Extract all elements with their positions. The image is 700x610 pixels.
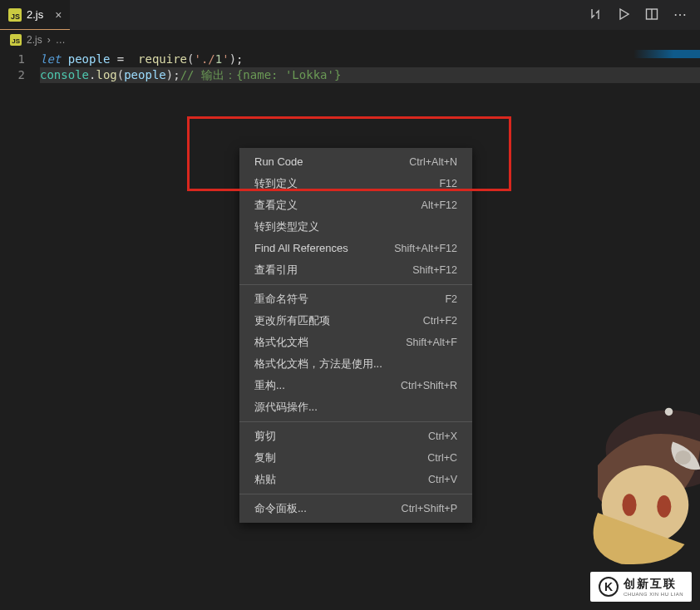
more-icon[interactable]: ⋯ [673, 8, 687, 22]
js-file-icon: JS [10, 34, 22, 46]
menu-item-shortcut: Shift+Alt+F12 [394, 241, 457, 256]
context-menu: Run CodeCtrl+Alt+N转到定义F12查看定义Alt+F12转到类型… [239, 148, 472, 523]
menu-item-label: 重构... [254, 378, 285, 393]
menu-item[interactable]: 格式化文档，方法是使用... [239, 353, 472, 375]
menu-item-shortcut: Ctrl+V [428, 472, 457, 487]
menu-item-label: 复制 [254, 450, 276, 465]
tabs-bar: JS 2.js × ⋯ [0, 0, 700, 30]
menu-item-shortcut: Shift+F12 [412, 263, 457, 278]
menu-item-label: 粘贴 [254, 472, 276, 487]
code-content[interactable]: console.log(people);// 输出：{name: 'Lokka'… [40, 67, 700, 83]
code-line[interactable]: 1let people = require('./1'); [0, 52, 700, 67]
menu-item-shortcut: Ctrl+Alt+N [409, 155, 457, 170]
breadcrumb-tail: … [56, 34, 66, 46]
menu-item-label: 命令面板... [254, 501, 307, 516]
menu-item[interactable]: 更改所有匹配项Ctrl+F2 [239, 310, 472, 332]
code-line[interactable]: 2console.log(people);// 输出：{name: 'Lokka… [0, 67, 700, 83]
menu-item[interactable]: Run CodeCtrl+Alt+N [239, 151, 472, 173]
menu-item-label: 格式化文档 [254, 335, 308, 350]
menu-item-label: 剪切 [254, 429, 276, 444]
svg-point-7 [665, 408, 673, 416]
menu-item[interactable]: 转到定义F12 [239, 173, 472, 194]
menu-item[interactable]: 剪切Ctrl+X [239, 426, 472, 447]
play-icon[interactable] [617, 7, 630, 23]
menu-item-label: 查看引用 [254, 263, 298, 278]
menu-item[interactable]: 格式化文档Shift+Alt+F [239, 332, 472, 353]
minimap[interactable] [633, 50, 700, 58]
menu-item-label: 格式化文档，方法是使用... [254, 357, 382, 371]
menu-item-shortcut: Ctrl+C [427, 450, 457, 465]
js-file-icon: JS [8, 8, 22, 22]
code-editor[interactable]: 1let people = require('./1');2console.lo… [0, 50, 700, 85]
compare-changes-icon[interactable] [589, 7, 602, 23]
menu-item-shortcut: Alt+F12 [421, 198, 457, 213]
menu-separator [239, 284, 472, 285]
menu-item-shortcut: F2 [445, 292, 457, 307]
menu-item-shortcut: Ctrl+Shift+R [401, 378, 457, 393]
menu-item-shortcut: Ctrl+Shift+P [402, 501, 457, 516]
tab-filename: 2.js [27, 8, 43, 21]
svg-point-6 [675, 450, 691, 465]
menu-item[interactable]: 复制Ctrl+C [239, 447, 472, 469]
menu-item-label: 重命名符号 [254, 292, 308, 307]
menu-item-label: Run Code [254, 155, 303, 170]
line-number: 1 [0, 52, 40, 67]
menu-item-label: 查看定义 [254, 198, 298, 213]
line-number: 2 [0, 67, 40, 83]
tab-active[interactable]: JS 2.js × [0, 0, 70, 30]
svg-point-4 [622, 494, 636, 516]
menu-item[interactable]: 重命名符号F2 [239, 288, 472, 310]
svg-point-5 [657, 495, 671, 518]
breadcrumb-sep: › [47, 34, 51, 46]
menu-item-shortcut: Ctrl+F2 [423, 313, 457, 328]
menu-item-label: 更改所有匹配项 [254, 313, 330, 328]
menu-item-label: Find All References [254, 241, 348, 256]
menu-item[interactable]: 重构...Ctrl+Shift+R [239, 375, 472, 396]
menu-item-shortcut: Shift+Alt+F [406, 335, 457, 350]
menu-item[interactable]: 源代码操作... [239, 396, 472, 418]
menu-item-label: 转到定义 [254, 176, 298, 191]
menu-item[interactable]: 查看定义Alt+F12 [239, 194, 472, 216]
split-editor-icon[interactable] [645, 7, 658, 23]
menu-separator [239, 421, 472, 422]
tab-actions: ⋯ [589, 0, 700, 30]
code-content[interactable]: let people = require('./1'); [40, 52, 700, 67]
breadcrumb[interactable]: JS 2.js › … [0, 30, 700, 50]
menu-item-shortcut: Ctrl+X [428, 429, 457, 444]
menu-item[interactable]: 命令面板...Ctrl+Shift+P [239, 498, 472, 519]
menu-separator [239, 494, 472, 494]
watermark-logo: K 创新互联 CHUANG XIN HU LIAN [590, 572, 692, 602]
menu-item-label: 转到类型定义 [254, 219, 319, 234]
watermark-cn: 创新互联 [624, 577, 683, 592]
menu-item[interactable]: 转到类型定义 [239, 216, 472, 238]
menu-item-label: 源代码操作... [254, 400, 318, 415]
menu-item[interactable]: 查看引用Shift+F12 [239, 259, 472, 281]
watermark-en: CHUANG XIN HU LIAN [624, 592, 683, 597]
character-illustration [550, 394, 700, 568]
menu-item-shortcut: F12 [439, 176, 457, 191]
menu-item[interactable]: Find All ReferencesShift+Alt+F12 [239, 238, 472, 259]
breadcrumb-file: 2.js [27, 34, 42, 46]
close-icon[interactable]: × [55, 8, 62, 22]
logo-ring: K [599, 577, 619, 597]
menu-item[interactable]: 粘贴Ctrl+V [239, 469, 472, 490]
